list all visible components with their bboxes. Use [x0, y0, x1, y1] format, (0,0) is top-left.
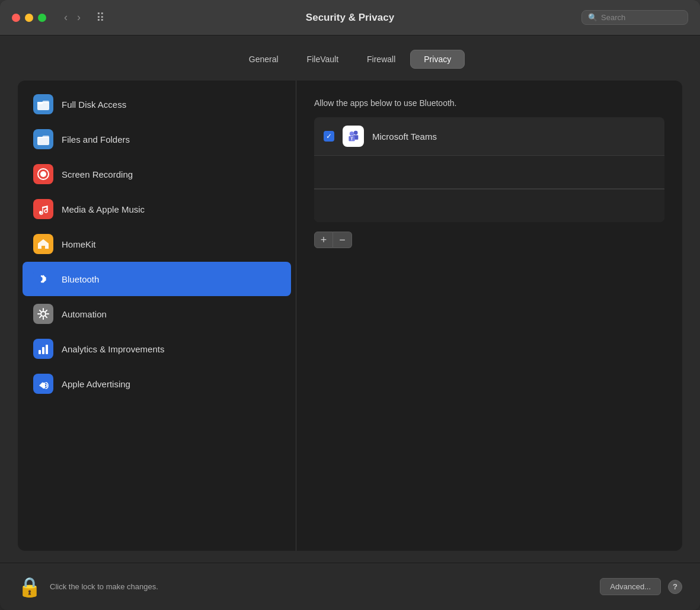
svg-rect-8: [46, 345, 48, 354]
media-apple-music-icon: [33, 199, 53, 219]
analytics-icon: [33, 339, 53, 359]
app-row-microsoft-teams: ✓ T: [314, 117, 664, 156]
checkmark-icon: ✓: [326, 133, 332, 140]
screen-recording-icon: [33, 164, 53, 184]
bluetooth-icon: [33, 269, 53, 289]
svg-rect-7: [42, 347, 44, 354]
teams-app-name: Microsoft Teams: [372, 131, 437, 142]
homekit-icon: [33, 234, 53, 254]
main-content: Full Disk Access Files and Folders: [0, 81, 700, 563]
sidebar-item-media-apple-music[interactable]: Media & Apple Music: [23, 192, 291, 226]
window-title: Security & Privacy: [306, 12, 394, 24]
svg-point-12: [350, 131, 354, 136]
advanced-button[interactable]: Advanced...: [600, 578, 661, 595]
apps-list: ✓ T: [314, 117, 664, 222]
lock-container[interactable]: 🔒 Click the lock to make changes.: [18, 576, 158, 598]
sidebar-item-screen-recording[interactable]: Screen Recording: [23, 157, 291, 191]
svg-rect-9: [43, 383, 45, 389]
sidebar-item-automation[interactable]: Automation: [23, 297, 291, 331]
teams-app-icon: T: [343, 126, 364, 147]
footer: 🔒 Click the lock to make changes. Advanc…: [0, 563, 700, 610]
search-bar: 🔍: [581, 10, 688, 25]
svg-point-4: [40, 171, 46, 177]
add-app-button[interactable]: +: [314, 232, 333, 248]
back-button[interactable]: ‹: [60, 10, 71, 25]
close-button[interactable]: [12, 14, 20, 22]
help-button[interactable]: ?: [668, 580, 682, 594]
teams-checkbox[interactable]: ✓: [324, 131, 334, 142]
traffic-lights: [12, 14, 46, 22]
sidebar-item-files-and-folders[interactable]: Files and Folders: [23, 122, 291, 156]
empty-row-2: [314, 189, 664, 222]
tab-firewall[interactable]: Firewall: [353, 50, 409, 69]
sidebar-label-screen-recording: Screen Recording: [62, 169, 133, 179]
sidebar-item-homekit[interactable]: HomeKit: [23, 227, 291, 261]
sidebar-label-homekit: HomeKit: [62, 239, 96, 249]
right-panel: Allow the apps below to use Bluetooth. ✓: [296, 81, 682, 551]
search-input[interactable]: [601, 13, 682, 22]
tab-privacy[interactable]: Privacy: [410, 50, 465, 69]
remove-app-button[interactable]: −: [333, 232, 352, 248]
maximize-button[interactable]: [38, 14, 46, 22]
search-icon: 🔍: [588, 13, 597, 22]
apple-advertising-icon: [33, 374, 53, 394]
nav-arrows: ‹ ›: [60, 10, 84, 25]
svg-point-5: [41, 312, 46, 316]
sidebar-label-apple-advertising: Apple Advertising: [62, 379, 130, 389]
panel-description: Allow the apps below to use Bluetooth.: [314, 98, 664, 108]
sidebar-label-analytics: Analytics & Improvements: [62, 344, 164, 354]
lock-text: Click the lock to make changes.: [50, 582, 158, 591]
sidebar: Full Disk Access Files and Folders: [18, 81, 296, 551]
svg-rect-2: [37, 137, 49, 145]
tabs-container: General FileVault Firewall Privacy: [0, 36, 700, 81]
lock-icon: 🔒: [18, 576, 41, 598]
sidebar-label-files-and-folders: Files and Folders: [62, 134, 130, 145]
sidebar-item-analytics[interactable]: Analytics & Improvements: [23, 332, 291, 366]
svg-rect-6: [39, 350, 41, 354]
sidebar-label-automation: Automation: [62, 309, 107, 319]
sidebar-item-bluetooth[interactable]: Bluetooth: [23, 262, 291, 296]
tab-general[interactable]: General: [235, 50, 292, 69]
empty-row-1: [314, 156, 664, 189]
titlebar: ‹ › ⠿ Security & Privacy 🔍: [0, 0, 700, 36]
sidebar-item-full-disk-access[interactable]: Full Disk Access: [23, 87, 291, 121]
window: ‹ › ⠿ Security & Privacy 🔍 General FileV…: [0, 0, 700, 610]
content-panel: Full Disk Access Files and Folders: [18, 81, 682, 551]
sidebar-label-media-apple-music: Media & Apple Music: [62, 204, 145, 214]
action-buttons: + −: [314, 232, 664, 248]
automation-icon: [33, 304, 53, 324]
sidebar-label-bluetooth: Bluetooth: [62, 274, 99, 284]
files-folders-icon: [33, 129, 53, 149]
grid-icon[interactable]: ⠿: [96, 11, 105, 25]
forward-button[interactable]: ›: [73, 10, 84, 25]
sidebar-item-apple-advertising[interactable]: Apple Advertising: [23, 367, 291, 401]
minimize-button[interactable]: [25, 14, 33, 22]
sidebar-label-full-disk-access: Full Disk Access: [62, 99, 126, 110]
tab-filevault[interactable]: FileVault: [293, 50, 352, 69]
footer-right: Advanced... ?: [600, 578, 682, 595]
svg-text:T: T: [350, 137, 353, 141]
full-disk-access-icon: [33, 94, 53, 114]
svg-point-11: [354, 131, 358, 135]
